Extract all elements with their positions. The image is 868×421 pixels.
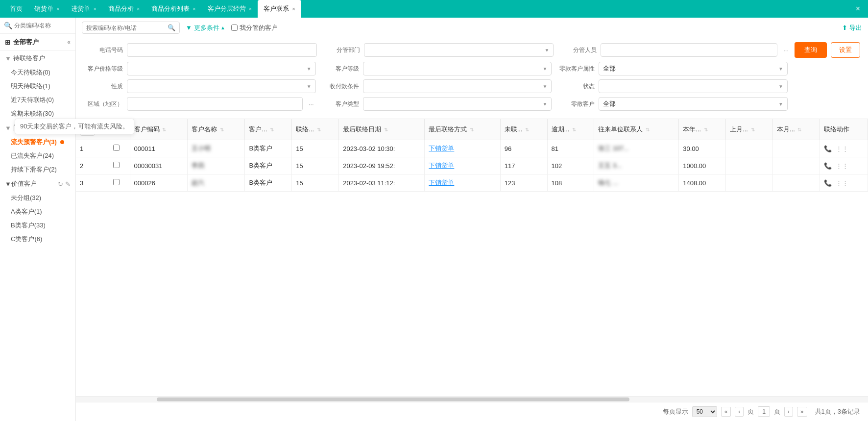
nature-select[interactable]: ▼ bbox=[127, 79, 316, 93]
refresh-icon[interactable]: ↻ bbox=[58, 180, 63, 188]
prev-page-button[interactable]: ‹ bbox=[735, 407, 744, 417]
tab-analysis[interactable]: 商品分析 × bbox=[102, 0, 145, 18]
action-more-icon-1[interactable]: ⋮⋮ bbox=[836, 145, 848, 152]
table-row: 3 000026 赵六 B类客户 15 2023-02-03 11:12: 下销… bbox=[76, 174, 868, 192]
price-level-select[interactable]: ▼ bbox=[127, 62, 316, 75]
col-last-month-label: 上月... bbox=[730, 125, 748, 133]
action-phone-icon-1[interactable]: 📞 bbox=[824, 145, 832, 152]
row-type-3: B类客户 bbox=[245, 174, 292, 192]
sidebar-item-7days[interactable]: 近7天待联络(0) bbox=[0, 93, 75, 107]
sidebar-item-churn-warning[interactable]: 流失预警客户(3) bbox=[0, 135, 75, 149]
row-last-month-3 bbox=[726, 174, 773, 192]
tab-sales[interactable]: 销货单 × bbox=[28, 0, 65, 18]
region-dots[interactable]: ··· bbox=[307, 100, 316, 108]
tab-customer-contact[interactable]: 客户联系 × bbox=[258, 0, 301, 18]
th-contact[interactable]: 联络... ⇅ bbox=[292, 119, 339, 140]
region-select[interactable] bbox=[127, 97, 303, 111]
chevron-down-icon-7: ▼ bbox=[778, 84, 783, 89]
filter-search-input[interactable] bbox=[86, 25, 166, 31]
action-phone-icon-2[interactable]: 📞 bbox=[824, 162, 832, 170]
filter-search-icon[interactable]: 🔍 bbox=[168, 24, 175, 31]
th-this-month[interactable]: 本月... ⇅ bbox=[773, 119, 820, 140]
sidebar-group-value: ▼ 价值客户 ↻ ✎ bbox=[0, 176, 75, 191]
sidebar-item-b-class[interactable]: B类客户(33) bbox=[0, 219, 75, 232]
row-last-method-1-link[interactable]: 下销货单 bbox=[429, 145, 454, 152]
my-customers-checkbox[interactable] bbox=[231, 25, 238, 31]
th-last-date[interactable]: 最后联络日期 ⇅ bbox=[339, 119, 425, 140]
status-select[interactable]: ▼ bbox=[599, 79, 788, 93]
row-contact2-2: 王五 3... bbox=[594, 157, 679, 174]
person-select[interactable] bbox=[601, 43, 777, 57]
th-this-year[interactable]: 本年... ⇅ bbox=[679, 119, 726, 140]
next-page-button[interactable]: › bbox=[784, 407, 793, 417]
sidebar-item-churned[interactable]: 已流失客户(24) bbox=[0, 149, 75, 163]
sidebar-item-declining[interactable]: 持续下滑客户(2) bbox=[0, 163, 75, 176]
horizontal-scrollbar[interactable] bbox=[76, 396, 868, 402]
th-type[interactable]: 客户... ⇅ bbox=[245, 119, 292, 140]
zero-attr-select[interactable]: 全部 ▼ bbox=[599, 62, 788, 75]
th-overdue[interactable]: 逾期... ⇅ bbox=[547, 119, 594, 140]
th-name[interactable]: 客户名称 ⇅ bbox=[188, 119, 245, 140]
sidebar-item-today[interactable]: 今天待联络(0) bbox=[0, 66, 75, 79]
th-contact2[interactable]: 往来单位联系人 ⇅ bbox=[594, 119, 679, 140]
row-3-checkbox[interactable] bbox=[113, 179, 120, 185]
customer-type-label: 客户类型 bbox=[320, 100, 359, 108]
retail-select[interactable]: 全部 ▼ bbox=[599, 97, 788, 111]
tab-sales-close[interactable]: × bbox=[56, 6, 59, 12]
filter-my-customers[interactable]: 我分管的客户 bbox=[231, 24, 278, 32]
filter-more-conditions[interactable]: ▼ 更多条件 ▲ bbox=[186, 24, 225, 32]
th-last-method[interactable]: 最后联络方式 ⇅ bbox=[425, 119, 500, 140]
tab-customer-contact-close[interactable]: × bbox=[292, 6, 295, 12]
sidebar-item-c-class[interactable]: C类客户(6) bbox=[0, 232, 75, 246]
scrollbar-thumb[interactable] bbox=[157, 397, 629, 401]
row-last-method-3-link[interactable]: 下销货单 bbox=[429, 179, 454, 186]
sidebar-all-customers[interactable]: ⊞ 全部客户 « bbox=[0, 34, 75, 51]
row-1-checkbox[interactable] bbox=[113, 145, 120, 151]
tab-customer-segment[interactable]: 客户分层经营 × bbox=[202, 0, 258, 18]
last-page-button[interactable]: » bbox=[797, 407, 807, 417]
today-pending-label: 今天待联络(0) bbox=[11, 69, 50, 76]
person-dots[interactable]: ··· bbox=[781, 47, 791, 54]
sidebar-item-ungroup[interactable]: 未分组(32) bbox=[0, 191, 75, 205]
col-uncontacted-label: 未联... bbox=[505, 125, 523, 133]
sidebar-search-input[interactable] bbox=[14, 22, 72, 29]
customer-level-select[interactable]: ▼ bbox=[363, 62, 552, 75]
tab-purchase-close[interactable]: × bbox=[93, 6, 96, 12]
tab-customer-segment-label: 客户分层经营 bbox=[208, 4, 246, 13]
th-last-month[interactable]: 上月... ⇅ bbox=[726, 119, 773, 140]
row-action-1: 📞 ⋮⋮ bbox=[820, 140, 868, 157]
tab-analysis-close[interactable]: × bbox=[137, 6, 140, 12]
row-last-method-2-link[interactable]: 下销货单 bbox=[429, 162, 454, 169]
action-phone-icon-3[interactable]: 📞 bbox=[824, 179, 832, 187]
action-more-icon-3[interactable]: ⋮⋮ bbox=[836, 179, 848, 187]
th-uncontacted[interactable]: 未联... ⇅ bbox=[500, 119, 547, 140]
sort-icon-last-method: ⇅ bbox=[470, 127, 474, 132]
setting-button[interactable]: 设置 bbox=[831, 42, 860, 58]
sidebar-group-pending[interactable]: ▼ 待联络客户 bbox=[0, 51, 75, 66]
tab-customer-segment-close[interactable]: × bbox=[249, 6, 252, 12]
tab-home[interactable]: 首页 bbox=[4, 0, 28, 18]
tab-analysis-list-close[interactable]: × bbox=[193, 6, 195, 12]
filter-cell-phone: 电话号码 bbox=[84, 43, 317, 57]
phone-input[interactable] bbox=[127, 43, 317, 57]
query-button[interactable]: 查询 bbox=[795, 42, 827, 58]
payment-select[interactable]: ▼ bbox=[363, 79, 552, 93]
first-page-button[interactable]: « bbox=[721, 407, 731, 417]
customer-type-select[interactable]: ▼ bbox=[363, 97, 552, 111]
per-page-select[interactable]: 50 100 bbox=[692, 406, 717, 417]
sidebar-item-a-class[interactable]: A类客户(1) bbox=[0, 205, 75, 219]
tab-analysis-list[interactable]: 商品分析列表 × bbox=[145, 0, 201, 18]
dept-select[interactable]: ▼ bbox=[364, 43, 554, 57]
content-area: 🔍 ▼ 更多条件 ▲ 我分管的客户 ⬆ 导出 电话号码 bbox=[76, 18, 868, 421]
row-2-checkbox[interactable] bbox=[113, 162, 120, 168]
sidebar-item-tomorrow[interactable]: 明天待联络(1) bbox=[0, 79, 75, 93]
action-more-icon-2[interactable]: ⋮⋮ bbox=[836, 162, 848, 170]
th-code[interactable]: 客户编码 ⇅ bbox=[130, 119, 187, 140]
col-type-label: 客户... bbox=[249, 125, 267, 133]
region-label: 区域（地区） bbox=[84, 100, 123, 108]
edit-icon[interactable]: ✎ bbox=[65, 180, 71, 188]
filter-export[interactable]: ⬆ 导出 bbox=[842, 24, 862, 32]
sidebar-collapse-icon[interactable]: « bbox=[67, 39, 71, 46]
tab-purchase[interactable]: 进货单 × bbox=[65, 0, 102, 18]
nav-close-button[interactable]: × bbox=[852, 4, 864, 13]
